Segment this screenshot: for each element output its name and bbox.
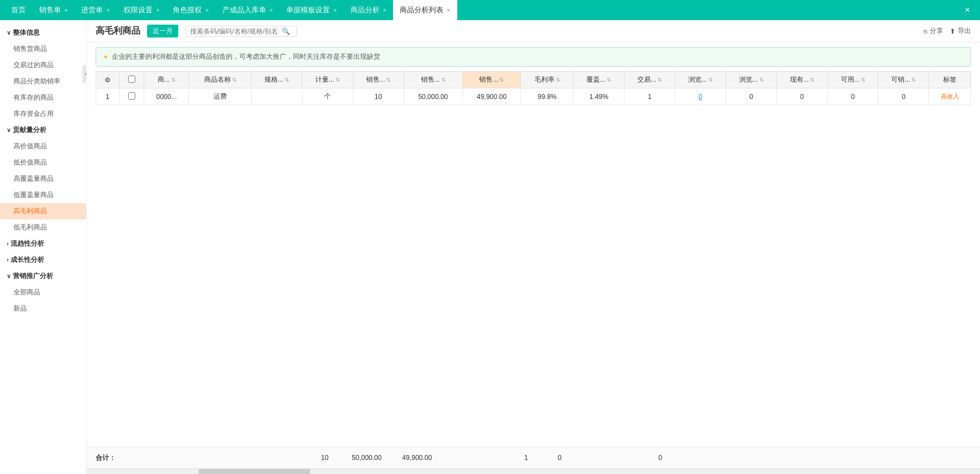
sort-icon-current-stock[interactable]: ⇅ [810, 77, 815, 83]
col-gross-margin: 毛利率⇅ [521, 72, 574, 88]
col-checkbox[interactable] [119, 72, 144, 88]
sidebar-item-new-goods[interactable]: 新品 [0, 301, 86, 317]
sidebar-item-stock-goods[interactable]: 有库存的商品 [0, 90, 86, 106]
sidebar-section-overall[interactable]: ∨ 整体信息 [0, 25, 86, 41]
cell-sales-qty: 10 [353, 88, 404, 105]
cell-sales-profit: 49,900.00 [462, 88, 521, 105]
main-layout: « ∨ 整体信息 销售货商品 交易过的商品 商品分类助销率 有库存的商品 库存资… [0, 20, 980, 474]
close-app-button[interactable]: × [959, 5, 976, 15]
sort-icon-sales-amount[interactable]: ⇅ [441, 77, 446, 83]
cell-current-stock: 0 [777, 88, 827, 105]
nav-item-purchase[interactable]: 进货单 × [74, 0, 116, 20]
scrollbar-thumb[interactable] [198, 469, 310, 474]
nav-close-purchase[interactable]: × [106, 7, 110, 13]
sidebar-item-traded-goods[interactable]: 交易过的商品 [0, 57, 86, 73]
row-checkbox[interactable] [128, 92, 135, 100]
sidebar-section-growth[interactable]: › 成长性分析 [0, 252, 86, 268]
nav-close-roles[interactable]: × [205, 7, 209, 13]
sidebar-item-low-margin[interactable]: 低毛利商品 [0, 219, 86, 236]
sidebar-item-category-rate[interactable]: 商品分类助销率 [0, 73, 86, 90]
sidebar-item-all-goods[interactable]: 全部商品 [0, 284, 86, 301]
share-button[interactable]: ⎋ 分享 [924, 26, 943, 36]
footer-sales-amount: 50,000.00 [342, 452, 392, 464]
sort-icon-sales-profit[interactable]: ⇅ [499, 77, 504, 83]
nav-close-analysis-list[interactable]: × [447, 7, 450, 13]
search-box: 🔍 [185, 26, 297, 37]
sidebar-item-low-value[interactable]: 低价值商品 [0, 154, 86, 171]
col-code: 商...⇅ [144, 72, 189, 88]
nav-close-product-analysis[interactable]: × [383, 7, 386, 13]
horizontal-scrollbar[interactable] [87, 468, 980, 474]
nav-item-home[interactable]: 首页 [4, 0, 32, 20]
table-row: 1 0000... 运费 个 10 50,000.00 49,900.00 99… [96, 88, 971, 105]
sort-icon-sales-qty[interactable]: ⇅ [386, 77, 391, 83]
table-container: ⚙ 商...⇅ 商品名称⇅ 规格...⇅ 计量...⇅ 销售...⇅ 销售...… [87, 71, 980, 447]
sidebar-collapse-button[interactable]: « [82, 65, 87, 83]
col-coverage: 覆盖...⇅ [574, 72, 624, 88]
chevron-down-icon-2: ∨ [7, 127, 11, 133]
info-icon: ✦ [103, 53, 108, 61]
col-name: 商品名称⇅ [189, 72, 252, 88]
sort-icon-coverage[interactable]: ⇅ [607, 77, 611, 83]
col-current-stock: 现有...⇅ [777, 72, 827, 88]
sort-icon-view1[interactable]: ⇅ [708, 77, 713, 83]
col-settings[interactable]: ⚙ [96, 72, 120, 88]
footer-empty-6 [476, 452, 509, 464]
sort-icon-spec[interactable]: ⇅ [285, 77, 289, 83]
nav-close-finished-goods[interactable]: × [269, 7, 273, 13]
col-sales-profit: 销售...⇅ [462, 72, 521, 88]
nav-close-permissions[interactable]: × [156, 7, 159, 13]
sidebar-section-marketing[interactable]: ∨ 营销推广分析 [0, 268, 86, 284]
cell-view1[interactable]: 0 [675, 88, 726, 105]
sort-icon-gross-margin[interactable]: ⇅ [556, 77, 560, 83]
sort-icon-name[interactable]: ⇅ [232, 77, 236, 83]
search-input[interactable] [190, 27, 280, 35]
sort-icon-available[interactable]: ⇅ [861, 77, 865, 83]
sidebar-item-low-coverage[interactable]: 低覆盖量商品 [0, 187, 86, 203]
sidebar-item-high-value[interactable]: 高价值商品 [0, 138, 86, 154]
nav-item-analysis-list[interactable]: 商品分析列表 × [393, 0, 457, 20]
sidebar-item-sales-goods[interactable]: 销售货商品 [0, 41, 86, 57]
content-header: 高毛利商品 近一月 🔍 ⎋ 分享 ⬆ 导出 [87, 20, 980, 43]
export-icon: ⬆ [950, 27, 955, 35]
col-transaction: 交易...⇅ [624, 72, 675, 88]
footer-empty-9 [677, 452, 711, 464]
page-title: 高毛利商品 [96, 25, 140, 37]
sidebar-section-trend[interactable]: › 流趋性分析 [0, 236, 86, 252]
header-actions: ⎋ 分享 ⬆ 导出 [924, 26, 971, 36]
cell-sellable: 0 [878, 88, 929, 105]
cell-sales-amount: 50,000.00 [404, 88, 462, 105]
nav-item-roles[interactable]: 角色授权 × [166, 0, 215, 20]
sidebar-item-high-coverage[interactable]: 高覆盖量商品 [0, 171, 86, 187]
sort-icon-sellable[interactable]: ⇅ [911, 77, 916, 83]
sort-icon-view2[interactable]: ⇅ [759, 77, 764, 83]
sidebar-section-contribution[interactable]: ∨ 贡献量分析 [0, 122, 86, 138]
select-all-checkbox[interactable] [128, 76, 135, 83]
sort-icon-transaction[interactable]: ⇅ [657, 77, 662, 83]
nav-item-template-settings[interactable]: 单据模板设置 × [280, 0, 343, 20]
cell-checkbox[interactable] [119, 88, 144, 105]
nav-close-sales[interactable]: × [64, 7, 68, 13]
sort-icon-unit[interactable]: ⇅ [335, 77, 340, 83]
col-tag: 标签 [929, 72, 971, 88]
chevron-down-icon: ∨ [7, 30, 11, 36]
col-sales-amount: 销售...⇅ [404, 72, 462, 88]
nav-close-template-settings[interactable]: × [333, 7, 337, 13]
period-button[interactable]: 近一月 [147, 25, 178, 37]
col-view1: 浏览...⇅ [675, 72, 726, 88]
nav-item-product-analysis[interactable]: 商品分析 × [344, 0, 393, 20]
cell-tag: 高收入 [929, 88, 971, 105]
sidebar-item-stock-capital[interactable]: 库存资金占用 [0, 106, 86, 122]
nav-item-permissions[interactable]: 权限设置 × [117, 0, 166, 20]
sidebar-item-high-margin[interactable]: 高毛利商品 [0, 203, 86, 219]
footer-empty-4 [274, 452, 308, 464]
export-button[interactable]: ⬆ 导出 [950, 26, 971, 36]
search-icon[interactable]: 🔍 [282, 27, 290, 35]
footer-summary: 合计： 10 50,000.00 49,900.00 1 0 0 [87, 447, 980, 468]
nav-item-sales[interactable]: 销售单 × [32, 0, 74, 20]
sort-icon-code[interactable]: ⇅ [171, 77, 176, 83]
col-sellable: 可销...⇅ [878, 72, 929, 88]
cell-spec [252, 88, 302, 105]
nav-item-finished-goods[interactable]: 产成品入库单 × [216, 0, 280, 20]
footer-label: 合计： [96, 453, 140, 463]
